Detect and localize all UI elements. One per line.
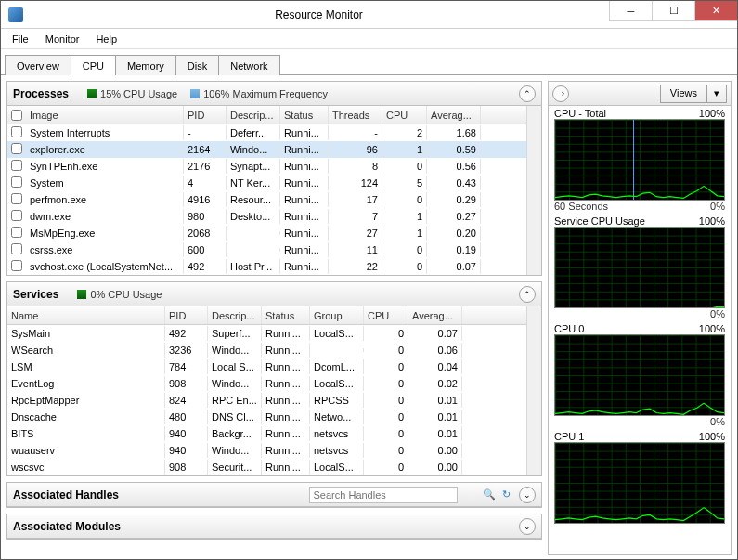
select-all-checkbox[interactable] [11,110,22,121]
collapse-sidebar-button[interactable]: ⌃ [552,85,569,102]
tab-network[interactable]: Network [218,55,279,75]
svc-cpu-usage-text: 0% CPU Usage [90,289,162,300]
tab-disk[interactable]: Disk [175,55,219,75]
processes-header[interactable]: Image PID Descrip... Status Threads CPU … [7,106,526,124]
collapse-processes-button[interactable]: ⌃ [519,85,536,102]
charts-sidebar: ⌃ Views ▾ CPU - Total100% 60 Seconds0%Se… [548,81,732,555]
search-handles-input[interactable] [309,487,458,503]
maximize-button[interactable]: ☐ [652,1,694,21]
tabbar: Overview CPU Memory Disk Network [1,49,737,75]
table-row[interactable]: svchost.exe (LocalSystemNet...492Host Pr… [7,258,526,275]
row-checkbox[interactable] [11,260,22,271]
window-title: Resource Monitor [29,8,609,21]
table-row[interactable]: SynTPEnh.exe2176Synapt... Runni...800.56 [7,158,526,175]
cpu-usage-icon [87,89,97,98]
minimize-button[interactable]: ─ [609,1,652,21]
scol-pid[interactable]: PID [165,306,208,324]
expand-handles-button[interactable]: ⌄ [519,487,536,503]
chart-2: CPU 0100% 0% [549,321,731,429]
table-row[interactable]: Dnscache480DNS Cl... Runni...Netwo...00.… [7,409,526,425]
max-freq-icon [190,89,200,98]
row-checkbox[interactable] [11,126,22,137]
processes-grid[interactable]: System Interrupts-Deferr... Runni...-21.… [7,124,526,275]
services-title: Services [13,288,58,301]
collapse-services-button[interactable]: ⌃ [519,286,536,303]
svc-cpu-usage-icon [77,290,86,299]
expand-modules-button[interactable]: ⌄ [519,518,536,535]
col-cpu[interactable]: CPU [382,106,427,124]
modules-panel: Associated Modules ⌄ [6,514,542,540]
scol-group[interactable]: Group [310,306,364,324]
services-header[interactable]: Name PID Descrip... Status Group CPU Ave… [7,306,526,325]
table-row[interactable]: RpcEptMapper824RPC En... Runni...RPCSS00… [7,392,526,409]
services-panel: Services 0% CPU Usage ⌃ Name PID Descrip… [6,281,542,476]
row-checkbox[interactable] [11,176,22,188]
scol-name[interactable]: Name [7,306,165,324]
views-label: Views [661,85,706,102]
chart-0: CPU - Total100% 60 Seconds0% [549,106,731,214]
processes-panel: Processes 15% CPU Usage 106% Maximum Fre… [6,81,542,276]
table-row[interactable]: wuauserv940Windo... Runni...netsvcs00.00 [7,442,526,459]
table-row[interactable]: WSearch3236Windo... Runni...00.06 [7,342,526,358]
menu-help[interactable]: Help [88,32,124,46]
col-status[interactable]: Status [280,106,329,124]
tab-cpu[interactable]: CPU [71,55,116,75]
table-row[interactable]: csrss.exe600 Runni...1100.19 [7,241,526,258]
tab-memory[interactable]: Memory [115,55,176,75]
row-checkbox[interactable] [11,210,22,221]
table-row[interactable]: wscsvc908Securit... Runni...LocalS...00.… [7,459,526,475]
table-row[interactable]: SysMain492Superf... Runni...LocalS...00.… [7,325,526,342]
titlebar: Resource Monitor ─ ☐ ✕ [1,1,737,29]
max-freq-text: 106% Maximum Frequency [203,88,328,99]
table-row[interactable]: EventLog908Windo... Runni...LocalS...00.… [7,375,526,392]
table-row[interactable]: dwm.exe980Deskto... Runni...710.27 [7,208,526,225]
scol-description[interactable]: Descrip... [208,306,262,324]
table-row[interactable]: System Interrupts-Deferr... Runni...-21.… [7,124,526,141]
table-row[interactable]: System4NT Ker... Runni...12450.43 [7,175,526,191]
chart-3: CPU 1100% [549,429,731,526]
col-pid[interactable]: PID [184,106,227,124]
handles-title: Associated Handles [13,488,119,501]
services-grid[interactable]: SysMain492Superf... Runni...LocalS...00.… [7,325,526,475]
search-icon[interactable]: 🔍 [482,488,497,502]
views-dropdown-icon[interactable]: ▾ [706,85,726,102]
modules-title: Associated Modules [13,520,121,533]
table-row[interactable]: LSM784Local S... Runni...DcomL...00.04 [7,358,526,375]
menu-monitor[interactable]: Monitor [38,32,87,46]
row-checkbox[interactable] [11,243,22,254]
row-checkbox[interactable] [11,143,22,154]
processes-title: Processes [13,87,69,100]
menu-file[interactable]: File [5,32,36,46]
processes-scrollbar[interactable] [526,106,541,275]
row-checkbox[interactable] [11,160,22,171]
scol-cpu[interactable]: CPU [364,306,408,324]
table-row[interactable]: perfmon.exe4916Resour... Runni...1700.29 [7,191,526,208]
tab-overview[interactable]: Overview [5,55,71,75]
refresh-icon[interactable]: ↻ [498,488,513,502]
scol-status[interactable]: Status [262,306,310,324]
views-button[interactable]: Views ▾ [660,85,727,103]
col-image[interactable]: Image [26,106,184,124]
services-scrollbar[interactable] [526,306,541,475]
row-checkbox[interactable] [11,227,22,238]
handles-panel: Associated Handles 🔍 ↻ ⌄ [6,482,542,508]
app-icon [8,7,23,22]
col-average[interactable]: Averag... [427,106,481,124]
scol-average[interactable]: Averag... [408,306,462,324]
cpu-usage-text: 15% CPU Usage [100,88,177,99]
row-checkbox[interactable] [11,193,22,204]
table-row[interactable]: BITS940Backgr... Runni...netsvcs00.01 [7,425,526,442]
table-row[interactable]: explorer.exe2164Windo... Runni...9610.59 [7,141,526,158]
table-row[interactable]: MsMpEng.exe2068 Runni...2710.20 [7,225,526,241]
close-button[interactable]: ✕ [694,1,737,21]
col-description[interactable]: Descrip... [227,106,280,124]
menubar: File Monitor Help [1,29,737,49]
col-threads[interactable]: Threads [329,106,382,124]
chart-1: Service CPU Usage100% 0% [549,214,731,321]
